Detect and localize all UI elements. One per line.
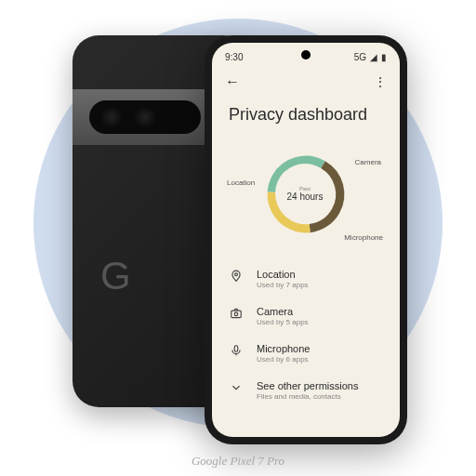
- chart-label-camera: Camera: [355, 158, 381, 166]
- location-pin-icon: [229, 270, 244, 285]
- svg-point-3: [235, 273, 238, 276]
- camera-module: [89, 100, 201, 134]
- list-item-other-permissions[interactable]: See other permissions Files and media, c…: [212, 372, 400, 409]
- header-row: ← ⋮: [212, 66, 400, 98]
- list-item-microphone[interactable]: Microphone Used by 6 apps: [212, 335, 400, 372]
- usage-donut-chart: Past 24 hours Location Camera Microphone: [212, 134, 400, 255]
- chevron-down-icon: [229, 381, 244, 397]
- phone-screen: 9:30 5G ◢ ▮ ← ⋮ Privacy dashboard Past 2…: [212, 43, 400, 437]
- list-item-camera[interactable]: Camera Used by 5 apps: [212, 298, 400, 335]
- list-subtitle: Used by 7 apps: [257, 281, 383, 289]
- chart-label-microphone: Microphone: [344, 233, 383, 242]
- camera-lens: [134, 106, 156, 128]
- front-camera-hole: [301, 50, 311, 60]
- list-title: See other permissions: [257, 380, 383, 391]
- svg-rect-6: [234, 346, 238, 351]
- image-caption: Google Pixel 7 Pro: [0, 454, 476, 469]
- permissions-list: Location Used by 7 apps Camera Used by 5…: [212, 255, 400, 415]
- donut-title: 24 hours: [287, 192, 324, 202]
- microphone-icon: [229, 344, 244, 360]
- more-menu-icon[interactable]: ⋮: [374, 74, 387, 89]
- list-item-location[interactable]: Location Used by 7 apps: [212, 260, 400, 298]
- camera-icon: [229, 307, 244, 323]
- svg-point-5: [234, 312, 238, 316]
- list-title: Location: [257, 269, 383, 280]
- chart-label-location: Location: [227, 178, 255, 187]
- list-subtitle: Used by 6 apps: [257, 355, 383, 364]
- google-logo: G: [100, 254, 131, 298]
- status-time: 9:30: [225, 52, 243, 62]
- camera-lens: [100, 106, 123, 128]
- signal-icon: ◢: [370, 52, 377, 62]
- network-label: 5G: [354, 52, 366, 62]
- list-title: Camera: [257, 306, 383, 317]
- list-subtitle: Files and media, contacts: [257, 392, 383, 401]
- list-subtitle: Used by 5 apps: [257, 318, 383, 326]
- page-title: Privacy dashboard: [212, 98, 400, 134]
- list-title: Microphone: [257, 343, 383, 354]
- battery-icon: ▮: [381, 52, 387, 62]
- phone-front-view: 9:30 5G ◢ ▮ ← ⋮ Privacy dashboard Past 2…: [205, 35, 407, 444]
- svg-rect-4: [231, 311, 242, 318]
- back-arrow-icon[interactable]: ←: [225, 73, 240, 90]
